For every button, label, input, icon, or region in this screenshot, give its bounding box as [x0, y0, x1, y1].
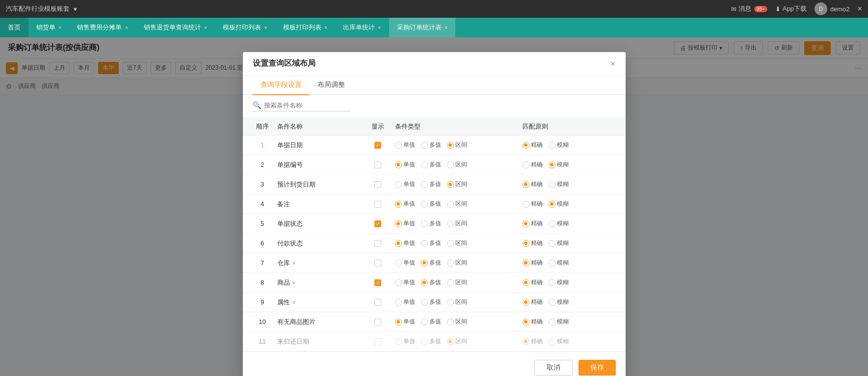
nav-tab-print1[interactable]: 模板打印列表 × — [215, 18, 275, 37]
match-fuzzy-radio[interactable]: 模糊 — [549, 298, 569, 306]
match-fuzzy-radio[interactable]: 模糊 — [549, 180, 569, 188]
match-fuzzy-radio[interactable]: 模糊 — [549, 200, 569, 208]
match-exact-radio[interactable]: 精确 — [523, 200, 543, 208]
type-multi-radio[interactable]: 多值 — [421, 259, 441, 267]
match-exact-radio[interactable]: 精确 — [523, 278, 543, 287]
match-exact-radio[interactable]: 精确 — [523, 259, 543, 267]
type-multi-radio[interactable]: 多值 — [421, 318, 441, 326]
type-multi-radio[interactable]: 多值 — [421, 298, 441, 306]
match-exact-radio[interactable]: 精确 — [523, 161, 543, 169]
match-fuzzy-radio[interactable]: 模糊 — [549, 259, 569, 267]
purchase-stat-close-icon[interactable]: × — [445, 25, 447, 30]
type-range-radio[interactable]: 区间 — [447, 141, 467, 149]
display-checkbox[interactable]: ✓ — [361, 142, 395, 149]
display-checkbox[interactable] — [361, 201, 395, 208]
type-multi-radio[interactable]: 多值 — [421, 180, 441, 188]
checkbox[interactable]: ✓ — [374, 279, 381, 286]
type-single-radio[interactable]: 单值 — [395, 161, 415, 169]
match-fuzzy-radio[interactable]: 模糊 — [549, 337, 569, 346]
download-area[interactable]: ⬇ App下载 — [775, 4, 807, 13]
type-multi-radio[interactable]: 多值 — [421, 278, 441, 287]
display-checkbox[interactable] — [361, 240, 395, 247]
nav-tab-sales-return[interactable]: 销售退货单查询统计 × — [136, 18, 215, 37]
checkbox[interactable] — [374, 181, 381, 188]
type-single-radio[interactable]: 单值 — [395, 318, 415, 326]
match-exact-radio[interactable]: 精确 — [523, 180, 543, 188]
display-checkbox[interactable] — [361, 161, 395, 168]
checkbox[interactable]: ✓ — [374, 142, 381, 149]
match-fuzzy-radio[interactable]: 模糊 — [549, 318, 569, 326]
nav-tab-sales-expense[interactable]: 销售费用分摊单 × — [69, 18, 135, 37]
match-exact-radio[interactable]: 精确 — [523, 298, 543, 306]
checkbox[interactable] — [374, 161, 381, 168]
display-checkbox[interactable] — [361, 260, 395, 267]
type-multi-radio[interactable]: 多值 — [421, 337, 441, 346]
checkbox[interactable] — [374, 338, 381, 345]
match-exact-radio[interactable]: 精确 — [523, 337, 543, 346]
outbound-close-icon[interactable]: × — [378, 25, 381, 30]
nav-tab-home[interactable]: 首页 — [0, 18, 28, 37]
display-checkbox[interactable] — [361, 299, 395, 306]
checkbox[interactable] — [374, 319, 381, 325]
sales-expense-close-icon[interactable]: × — [125, 25, 128, 30]
match-exact-radio[interactable]: 精确 — [523, 239, 543, 247]
type-single-radio[interactable]: 单值 — [395, 337, 415, 346]
type-range-radio[interactable]: 区间 — [447, 318, 467, 326]
type-multi-radio[interactable]: 多值 — [421, 161, 441, 169]
type-range-radio[interactable]: 区间 — [447, 259, 467, 267]
message-area[interactable]: ✉ 消息 99+ — [731, 4, 767, 13]
sales-order-close-icon[interactable]: × — [58, 25, 61, 30]
user-area[interactable]: D demo2 — [815, 2, 850, 15]
dialog-close-button[interactable]: × — [610, 59, 616, 68]
display-checkbox[interactable] — [361, 319, 395, 325]
match-fuzzy-radio[interactable]: 模糊 — [549, 161, 569, 169]
type-single-radio[interactable]: 单值 — [395, 278, 415, 287]
checkbox[interactable] — [374, 260, 381, 267]
match-fuzzy-radio[interactable]: 模糊 — [549, 278, 569, 287]
type-multi-radio[interactable]: 多值 — [421, 239, 441, 247]
type-single-radio[interactable]: 单值 — [395, 259, 415, 267]
type-range-radio[interactable]: 区间 — [447, 278, 467, 287]
tab-fields[interactable]: 查询字段设置 — [253, 76, 310, 95]
checkbox[interactable] — [374, 240, 381, 247]
nav-tab-purchase-stat[interactable]: 采购订单统计表 × — [389, 18, 455, 37]
type-single-radio[interactable]: 单值 — [395, 180, 415, 188]
top-close-icon[interactable]: × — [858, 4, 862, 13]
tab-layout[interactable]: 布局调整 — [310, 76, 353, 95]
match-exact-radio[interactable]: 精确 — [523, 219, 543, 228]
nav-tab-outbound[interactable]: 出库单统计 × — [335, 18, 389, 37]
type-range-radio[interactable]: 区间 — [447, 337, 467, 346]
type-range-radio[interactable]: 区间 — [447, 161, 467, 169]
checkbox[interactable] — [374, 201, 381, 208]
type-range-radio[interactable]: 区间 — [447, 239, 467, 247]
nav-tab-sales-order[interactable]: 销货单 × — [28, 18, 69, 37]
type-single-radio[interactable]: 单值 — [395, 200, 415, 208]
type-single-radio[interactable]: 单值 — [395, 219, 415, 228]
type-range-radio[interactable]: 区间 — [447, 180, 467, 188]
type-multi-radio[interactable]: 多值 — [421, 219, 441, 228]
print2-close-icon[interactable]: × — [324, 25, 327, 30]
display-checkbox[interactable] — [361, 181, 395, 188]
match-exact-radio[interactable]: 精确 — [523, 318, 543, 326]
save-button[interactable]: 保存 — [579, 360, 616, 376]
type-range-radio[interactable]: 区间 — [447, 219, 467, 228]
print1-close-icon[interactable]: × — [264, 25, 267, 30]
search-input[interactable] — [264, 102, 342, 109]
match-fuzzy-radio[interactable]: 模糊 — [549, 141, 569, 149]
nav-tab-print2[interactable]: 模板打印列表 × — [275, 18, 335, 37]
type-single-radio[interactable]: 单值 — [395, 298, 415, 306]
cancel-button[interactable]: 取消 — [534, 360, 573, 376]
display-checkbox[interactable]: ✓ — [361, 279, 395, 286]
checkbox[interactable]: ✓ — [374, 220, 381, 227]
sales-return-close-icon[interactable]: × — [204, 25, 207, 30]
match-fuzzy-radio[interactable]: 模糊 — [549, 219, 569, 228]
type-single-radio[interactable]: 单值 — [395, 141, 415, 149]
match-exact-radio[interactable]: 精确 — [523, 141, 543, 149]
type-range-radio[interactable]: 区间 — [447, 200, 467, 208]
type-range-radio[interactable]: 区间 — [447, 298, 467, 306]
type-multi-radio[interactable]: 多值 — [421, 200, 441, 208]
display-checkbox[interactable] — [361, 338, 395, 345]
type-single-radio[interactable]: 单值 — [395, 239, 415, 247]
display-checkbox[interactable]: ✓ — [361, 220, 395, 227]
match-fuzzy-radio[interactable]: 模糊 — [549, 239, 569, 247]
